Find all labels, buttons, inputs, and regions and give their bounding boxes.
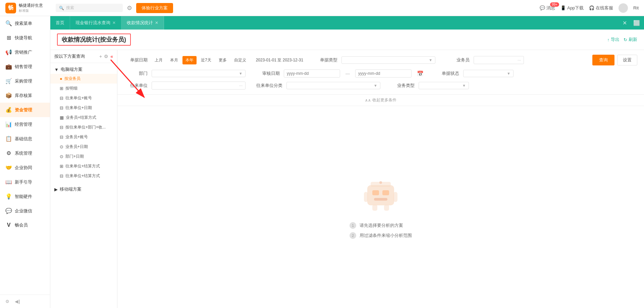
sidebar-item-basic[interactable]: 📋 基础信息 <box>0 132 50 146</box>
sidebar-label-search: 搜索菜单 <box>15 20 32 27</box>
scheme-item-partner-date[interactable]: ⊟ 往来单位+日期 <box>50 103 117 113</box>
empty-area: 1 请先选择要分析的方案 2 用过滤条件来缩小分析范围 <box>117 106 644 308</box>
scheme-item-partner-settle2[interactable]: ⊟ 往来单位+结算方式 <box>50 171 117 181</box>
message-badge: 99+ <box>550 2 559 7</box>
finance-icon: 💰 <box>5 107 12 113</box>
hardware-icon: 💡 <box>5 193 12 200</box>
scheme-item-partner-account[interactable]: ⊟ 往来单位+账号 <box>50 93 117 103</box>
refresh-button[interactable]: ↻ 刷新 <box>624 37 637 43</box>
doc-type-select[interactable]: ▼ <box>341 56 435 64</box>
scheme-item-dept-date[interactable]: ⊙ 部门+日期 <box>50 152 117 161</box>
sidebar-item-system[interactable]: ⚙ 系统管理 <box>0 146 50 160</box>
scheme-item-salesman-settle[interactable]: ▦ 业务员+结算方式 <box>50 113 117 122</box>
operation-icon: 📊 <box>5 121 12 127</box>
guide-icon: 📖 <box>5 179 12 185</box>
gear-icon[interactable]: ⚙ <box>127 4 132 12</box>
user-avatar[interactable] <box>619 3 628 13</box>
salesman-settle-icon: ▦ <box>60 115 64 120</box>
sidebar-item-search[interactable]: 🔍 搜索菜单 <box>0 16 50 31</box>
step-num-1: 1 <box>350 222 356 229</box>
scheme-item-partner-settle1[interactable]: ⊞ 往来单位+结算方式 <box>50 161 117 171</box>
dept-select[interactable]: ▼ <box>152 70 246 77</box>
setting-button[interactable]: 设置 <box>617 55 637 65</box>
sidebar-item-guide[interactable]: 📖 新手引导 <box>0 175 50 189</box>
collapse-sidebar-icon[interactable]: ◀‖ <box>15 299 20 304</box>
review-date-from[interactable] <box>284 69 340 78</box>
top-bar-right: 💬 消息 99+ 📱 App下载 🎧 在线客服 Rit <box>540 3 639 13</box>
svg-point-5 <box>379 181 382 184</box>
sidebar-item-marketing[interactable]: 📢 营销推广 <box>0 45 50 59</box>
biz-type-select[interactable]: ▼ <box>419 82 469 89</box>
salesman-more[interactable]: ··· <box>518 58 521 62</box>
scheme-item-salesman[interactable]: ● 按业务员 <box>50 74 117 84</box>
top-bar-middle: 🔍 搜索 ⚙ 体验行业方案 <box>56 3 540 13</box>
logo-badge: 标准版 <box>19 8 43 13</box>
sidebar-item-sales[interactable]: 💼 销售管理 <box>0 59 50 74</box>
sidebar-item-hardware[interactable]: 💡 智能硬件 <box>0 189 50 204</box>
tab-home[interactable]: 首页 <box>50 16 70 30</box>
tab-bank-flow-close[interactable]: ✕ <box>112 20 116 25</box>
logo-area: 畅 畅捷通好生意 标准版 <box>5 3 56 13</box>
app-download-button[interactable]: 📱 App下载 <box>560 5 584 11</box>
sidebar-label-purchase: 采购管理 <box>15 78 32 84</box>
date-tab-more[interactable]: 更多 <box>216 56 230 64</box>
review-date-to[interactable] <box>355 69 412 78</box>
sidebar-item-wechat[interactable]: 💬 企业微信 <box>0 204 50 218</box>
online-service-button[interactable]: 🎧 在线客服 <box>589 5 613 11</box>
trial-button[interactable]: 体验行业方案 <box>136 3 173 13</box>
scheme-item-detail[interactable]: ⊞ 按明细 <box>50 84 117 93</box>
sidebar-item-vip[interactable]: V 畅会员 <box>0 218 50 232</box>
sidebar-label-basic: 基础信息 <box>15 136 32 142</box>
scheme-item-salesman-acct[interactable]: ⊟ 业务员+账号 <box>50 132 117 142</box>
sidebar-label-marketing: 营销推广 <box>15 49 32 55</box>
scheme-gear-button[interactable]: ⚙ <box>104 54 108 59</box>
scheme-collapse-button[interactable]: « <box>110 54 113 59</box>
sidebar-item-operation[interactable]: 📊 经营管理 <box>0 117 50 132</box>
export-button[interactable]: ↑ 导出 <box>607 37 620 43</box>
date-tab-custom[interactable]: 自定义 <box>231 56 249 64</box>
sidebar-item-collab[interactable]: 🤝 企业协同 <box>0 160 50 175</box>
date-tab-this-month[interactable]: 本月 <box>167 56 181 64</box>
settings-bottom-icon[interactable]: ⚙ <box>5 299 9 304</box>
tab-collection-stat[interactable]: 收款情况统计 ✕ <box>121 16 164 30</box>
tab-bank-flow[interactable]: 现金银行流水查询 ✕ <box>70 16 121 30</box>
date-tab-last-month[interactable]: 上月 <box>152 56 166 64</box>
tab-maximize[interactable]: ⬜ <box>632 18 641 28</box>
query-button[interactable]: 查询 <box>592 55 614 65</box>
phone-icon: 📱 <box>560 5 566 10</box>
content-area: 首页 现金银行流水查询 ✕ 收款情况统计 ✕ ✕ ⬜ 收款情况统计(按业务员) <box>50 16 644 308</box>
sidebar-item-purchase[interactable]: 🛒 采购管理 <box>0 74 50 88</box>
tab-collection-stat-close[interactable]: ✕ <box>155 20 158 25</box>
doc-status-select[interactable]: ▼ <box>463 70 514 77</box>
date-tab-this-year[interactable]: 本年 <box>182 56 197 64</box>
biz-type-label: 业务类型 <box>391 83 415 89</box>
date-tab-7days[interactable]: 近7天 <box>198 56 214 64</box>
sidebar-item-inventory[interactable]: 📦 库存核算 <box>0 88 50 103</box>
scheme-item-partner-dept[interactable]: ⊟ 按往来单位+部门+收... <box>50 122 117 132</box>
collapse-button[interactable]: ∧∧ 收起更多条件 <box>365 97 396 103</box>
customer-select[interactable]: ··· <box>152 82 246 90</box>
customer-more[interactable]: ··· <box>239 83 243 88</box>
calendar-icon[interactable]: 📅 <box>416 70 425 77</box>
page-content: 收款情况统计(按业务员) ↑ 导出 ↻ 刷新 <box>50 30 644 308</box>
scheme-desktop-title[interactable]: ▼ 电脑端方案 <box>50 65 117 74</box>
tab-close-all[interactable]: ✕ <box>620 18 629 28</box>
scheme-mobile-title[interactable]: ▶ 移动端方案 <box>50 185 117 194</box>
filter-area: 单据日期 上月 本月 本年 近7天 更多 自定义 2023-01-01 至 20… <box>117 50 644 95</box>
user-label[interactable]: Rit <box>633 5 639 10</box>
customer-category-select[interactable]: ▼ <box>286 82 380 89</box>
purchase-icon: 🛒 <box>5 78 12 84</box>
sidebar-label-vip: 畅会员 <box>15 222 28 228</box>
doc-type-dropdown-icon: ▼ <box>429 58 432 62</box>
scheme-panel: 按以下方案查询 + ⚙ « ▼ 电脑端方案 <box>50 50 117 308</box>
scheme-add-button[interactable]: + <box>99 54 102 59</box>
scheme-item-salesman-date[interactable]: ⊙ 业务员+日期 <box>50 142 117 152</box>
search-bar[interactable]: 🔍 搜索 <box>56 4 123 12</box>
scheme-panel-header: 按以下方案查询 + ⚙ « <box>50 50 117 63</box>
message-button[interactable]: 💬 消息 99+ <box>540 5 555 11</box>
customer-category-label: 往来单位分类 <box>256 83 282 89</box>
sidebar-item-quicknav[interactable]: ⊞ 快捷导航 <box>0 31 50 45</box>
sidebar-item-finance[interactable]: 💰 资金管理 <box>0 103 50 117</box>
svg-rect-7 <box>393 192 397 202</box>
salesman-select[interactable]: ··· <box>474 56 524 64</box>
